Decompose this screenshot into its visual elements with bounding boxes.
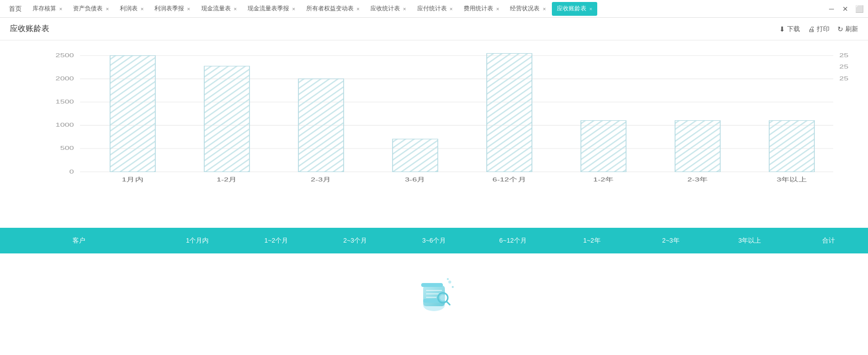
close-button[interactable]: ✕ (840, 4, 850, 14)
tab-business-status[interactable]: 经营状况表× (505, 2, 550, 16)
svg-text:6-12个月: 6-12个月 (493, 176, 526, 182)
bar-1-2月 (204, 66, 250, 172)
bar-2-3月 (298, 79, 344, 172)
svg-line-33 (446, 301, 450, 305)
tab-close-receivable-stats[interactable]: × (403, 6, 406, 12)
tab-cashflow-quarterly[interactable]: 现金流量表季报× (243, 2, 300, 16)
tab-profit[interactable]: 利润表× (115, 2, 148, 16)
svg-text:0: 0 (70, 168, 74, 175)
svg-point-32 (440, 295, 446, 301)
svg-text:2500: 2500 (839, 64, 848, 70)
tab-label-payable-stats: 应付统计表 (417, 4, 447, 13)
bar-chart: 0 500 1000 1500 2000 2500 1月内 (20, 50, 848, 198)
svg-text:500: 500 (60, 145, 74, 151)
svg-text:1-2年: 1-2年 (593, 176, 614, 182)
tab-label-receivable-stats: 应收统计表 (370, 4, 400, 13)
refresh-label: 刷新 (845, 25, 858, 34)
svg-text:2500: 2500 (839, 52, 848, 58)
download-button[interactable]: ⬇下载 (779, 25, 800, 34)
svg-text:2000: 2000 (56, 75, 74, 82)
col-header-year2-3: 2~3年 (631, 236, 710, 245)
tab-close-equity[interactable]: × (357, 6, 360, 12)
col-header-year1-2: 1~2年 (552, 236, 631, 245)
svg-text:1-2月: 1-2月 (217, 176, 237, 182)
col-header-customer: 客户 (0, 236, 158, 245)
bar-6-12月 (487, 53, 532, 172)
tab-close-business-status[interactable]: × (542, 6, 545, 12)
tab-close-profit-quarterly[interactable]: × (187, 6, 190, 12)
tab-home[interactable]: 首页 (4, 2, 27, 16)
svg-text:1000: 1000 (56, 122, 74, 128)
tab-label-inventory: 库存核算 (33, 4, 56, 13)
empty-state (0, 253, 868, 319)
svg-text:2-3年: 2-3年 (687, 176, 708, 182)
print-button[interactable]: 🖨打印 (808, 25, 830, 34)
empty-illustration (409, 268, 459, 318)
tab-label-profit-quarterly: 利润表季报 (154, 4, 184, 13)
tab-close-cashflow[interactable]: × (234, 6, 237, 12)
window-controls: ─ ✕ ⬜ (827, 4, 864, 14)
tab-close-balance[interactable]: × (106, 6, 108, 12)
svg-text:3-6月: 3-6月 (405, 176, 426, 182)
print-icon: 🖨 (808, 25, 815, 33)
tab-label-home: 首页 (9, 4, 22, 13)
tab-label-balance: 资产负债表 (73, 4, 103, 13)
svg-text:1月内: 1月内 (122, 176, 144, 182)
tab-receivable-aging[interactable]: 应收账龄表× (552, 2, 597, 16)
col-header-month3-6: 3~6个月 (395, 236, 473, 245)
bar-3-6月 (393, 139, 438, 172)
minimize-button[interactable]: ─ (827, 4, 836, 14)
tab-close-inventory[interactable]: × (59, 6, 62, 12)
tab-bar: 首页库存核算×资产负债表×利润表×利润表季报×现金流量表×现金流量表季报×所有者… (0, 0, 868, 18)
tab-label-equity: 所有者权益变动表 (306, 4, 354, 13)
svg-point-36 (447, 278, 449, 280)
tab-equity[interactable]: 所有者权益变动表× (301, 2, 364, 16)
tab-expense-stats[interactable]: 费用统计表× (459, 2, 504, 16)
tab-label-cashflow-quarterly: 现金流量表季报 (248, 4, 289, 13)
bar-1月内 (110, 56, 155, 172)
page-header: 应收账龄表 ⬇下载🖨打印↻刷新 (0, 18, 868, 40)
tab-profit-quarterly[interactable]: 利润表季报× (149, 2, 195, 16)
download-icon: ⬇ (779, 25, 785, 33)
tab-receivable-stats[interactable]: 应收统计表× (365, 2, 411, 16)
tab-balance[interactable]: 资产负债表× (68, 2, 113, 16)
main-content: 0 500 1000 1500 2000 2500 1月内 (0, 40, 868, 355)
page-actions: ⬇下载🖨打印↻刷新 (779, 25, 858, 34)
col-header-total: 合计 (789, 236, 868, 245)
tab-close-receivable-aging[interactable]: × (589, 6, 592, 12)
col-header-month2-3: 2~3个月 (316, 236, 395, 245)
chart-wrapper: 0 500 1000 1500 2000 2500 1月内 (20, 50, 848, 198)
bar-1-2年 (581, 121, 626, 172)
tab-close-cashflow-quarterly[interactable]: × (292, 6, 295, 12)
svg-text:2500: 2500 (839, 75, 848, 82)
svg-text:2500: 2500 (56, 52, 74, 58)
tab-label-expense-stats: 费用统计表 (464, 4, 493, 13)
tab-close-payable-stats[interactable]: × (450, 6, 453, 12)
refresh-icon: ↻ (837, 25, 843, 33)
tab-label-profit: 利润表 (120, 4, 138, 13)
col-header-month6-12: 6~12个月 (473, 236, 552, 245)
tab-payable-stats[interactable]: 应付统计表× (412, 2, 458, 16)
tab-close-expense-stats[interactable]: × (496, 6, 499, 12)
refresh-button[interactable]: ↻刷新 (837, 25, 858, 34)
svg-point-34 (448, 281, 451, 284)
tab-label-receivable-aging: 应收账龄表 (557, 4, 586, 13)
chart-area: 0 500 1000 1500 2000 2500 1月内 (0, 40, 868, 228)
tab-cashflow[interactable]: 现金流量表× (196, 2, 242, 16)
svg-text:3年以上: 3年以上 (777, 176, 807, 182)
svg-text:2-3月: 2-3月 (311, 176, 331, 182)
tab-close-profit[interactable]: × (141, 6, 144, 12)
print-label: 打印 (817, 25, 830, 34)
maximize-button[interactable]: ⬜ (854, 4, 864, 14)
empty-icon (409, 268, 459, 319)
table-header: 客户1个月内1~2个月2~3个月3~6个月6~12个月1~2年2~3年3年以上合… (0, 228, 868, 253)
tab-label-cashflow: 现金流量表 (201, 4, 231, 13)
page-title: 应收账龄表 (10, 24, 49, 34)
col-header-month1: 1个月内 (158, 236, 237, 245)
tab-label-business-status: 经营状况表 (510, 4, 540, 13)
bar-3年以上 (769, 121, 815, 172)
tab-inventory[interactable]: 库存核算× (28, 2, 67, 16)
col-header-year3plus: 3年以上 (710, 236, 789, 245)
col-header-month1-2: 1~2个月 (237, 236, 316, 245)
svg-rect-26 (421, 283, 443, 287)
